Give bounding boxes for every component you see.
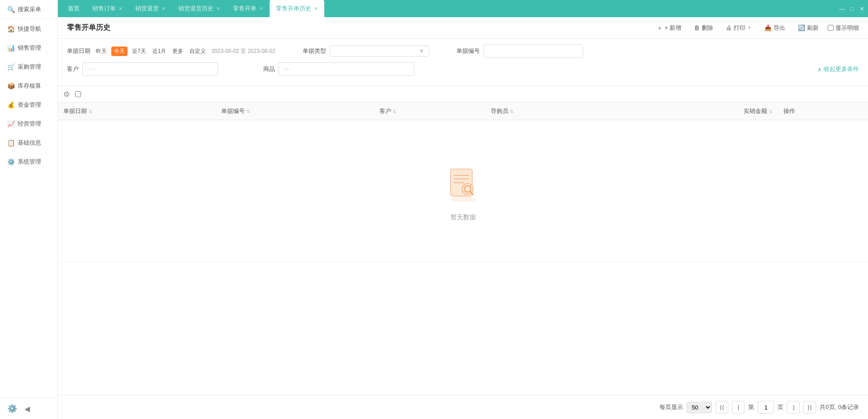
col-salesperson-label: 导购员 [491,108,510,114]
tab-sales-order[interactable]: 销售订单 ✕ [86,0,129,17]
shortcut-7days[interactable]: 近7天 [130,47,148,56]
sidebar-item-finance[interactable]: 💰 资金管理 [0,95,57,114]
sort-no-icon[interactable]: ⇅ [247,109,250,114]
customer-input[interactable]: ··· [82,62,218,76]
tab-retail-open[interactable]: 零售开单 ✕ [227,0,270,17]
col-customer: 客户 ⇅ [374,103,485,120]
customer-label: 客户 [67,65,79,73]
shortcut-custom[interactable]: 自定义 [188,47,208,56]
filter-row-2: 客户 ··· 商品 ··· ∧ 收起更多条件 [67,62,859,76]
col-action-label: 操作 [783,108,795,114]
shortcut-yesterday[interactable]: 昨天 [94,47,109,56]
sys-icon: ⚙️ [7,158,15,165]
empty-cell: 暂无数据 [58,120,868,263]
sidebar-item-purchase-mgmt[interactable]: 🛒 采购管理 [0,57,57,76]
next-page-button[interactable]: ⟩ [787,401,800,414]
last-page-button[interactable]: ⟩⟩ [803,401,816,414]
window-close-icon[interactable]: ✕ [859,5,864,12]
tab-retail-open-history-label: 零售开单历史 [276,5,311,13]
col-action: 操作 [778,103,868,120]
svg-point-0 [450,197,477,202]
close-icon[interactable]: ✕ [314,6,318,12]
search-icon: 🔍 [7,6,15,13]
select-all-checkbox[interactable] [75,91,81,97]
home-icon: 🏠 [7,25,15,33]
tab-sales-return[interactable]: 销货退货 ✕ [129,0,172,17]
shortcut-more[interactable]: 更多 [171,47,185,56]
order-type-label: 单据类型 [303,47,326,55]
tab-sales-return-history-label: 销货退货历史 [178,5,213,13]
pagination: 每页显示 20 50 100 ⟨⟨ ⟨ 第 页 ⟩ ⟩⟩ 共0页, 0条记录 [58,395,868,419]
data-table: 单据日期 ⇅ 单据编号 ⇅ 客户 ⇅ 导购员 ⇅ [58,103,868,263]
export-button[interactable]: 📤 导出 [761,22,789,34]
delete-button[interactable]: 🗑 删除 [690,22,717,34]
sidebar-item-basic-info[interactable]: 📋 基础信息 [0,133,57,152]
header-actions: ＋ + 新增 🗑 删除 🖨 打印 ▼ 📤 导出 🔄 刷新 [653,22,859,34]
operations-icon: 📈 [7,120,15,127]
refresh-button[interactable]: 🔄 刷新 [794,22,822,34]
table-container: ⚙ 单据日期 ⇅ 单据编号 ⇅ 客户 ⇅ [58,86,868,395]
delete-icon: 🗑 [694,24,700,31]
tab-sales-return-history[interactable]: 销货退货历史 ✕ [172,0,227,17]
tab-home-label: 首页 [68,5,80,13]
first-page-button[interactable]: ⟨⟨ [716,401,728,414]
close-icon[interactable]: ✕ [216,6,220,12]
sidebar-search[interactable]: 🔍 搜索采单 [0,0,57,19]
per-page-label: 每页显示 [659,403,683,411]
date-range-text: 2023-06-02 至 2023-06-02 [211,47,275,55]
window-minimize-icon[interactable]: — [839,5,845,12]
customer-dots: ··· [87,65,96,73]
page-number-input[interactable] [758,401,774,414]
print-label: 打印 [734,24,745,32]
per-page-select[interactable]: 20 50 100 [687,402,712,413]
tab-retail-open-history[interactable]: 零售开单历史 ✕ [270,0,324,17]
show-detail-input[interactable] [828,25,834,31]
sidebar-item-quick-nav[interactable]: 🏠 快捷导航 [0,19,57,38]
shortcut-1month[interactable]: 近1月 [151,47,168,56]
date-shortcuts: 昨天 今天 近7天 近1月 更多 自定义 [94,47,208,56]
settings-icon[interactable]: ⚙️ [7,404,17,414]
print-button[interactable]: 🖨 打印 ▼ [722,22,755,34]
close-icon[interactable]: ✕ [161,6,166,12]
collapse-button[interactable]: ∧ 收起更多条件 [817,65,859,73]
tab-home[interactable]: 首页 [62,0,86,17]
finance-icon: 💰 [7,101,15,108]
col-amount-label: 实销金额 [744,108,769,114]
shortcut-today[interactable]: 今天 [111,47,128,56]
order-no-input[interactable] [484,44,583,58]
filter-customer: 客户 ··· [67,62,218,76]
sidebar-item-sys-mgmt[interactable]: ⚙️ 系统管理 [0,152,57,171]
sidebar-item-label: 经营管理 [18,120,41,128]
sidebar-item-operations[interactable]: 📈 经营管理 [0,114,57,133]
sort-amount-icon[interactable]: ⇅ [769,109,773,114]
prev-page-button[interactable]: ⟨ [732,401,745,414]
filter-date: 单据日期 昨天 今天 近7天 近1月 更多 自定义 2023-06-02 至 2… [67,47,275,56]
order-no-label: 单据编号 [456,47,480,55]
column-settings-icon[interactable]: ⚙ [63,90,70,99]
show-detail-checkbox[interactable]: 显示明细 [828,24,859,32]
sort-customer-icon[interactable]: ⇅ [393,109,396,114]
collapse-icon[interactable]: ◀ [24,405,30,413]
sort-date-icon[interactable]: ⇅ [89,109,92,114]
sort-salesperson-icon[interactable]: ⇅ [510,109,513,114]
basic-icon: 📋 [7,139,15,146]
col-salesperson: 导购员 ⇅ [485,103,620,120]
window-maximize-icon[interactable]: □ [850,5,854,12]
col-no: 单据编号 ⇅ [216,103,374,120]
col-no-label: 单据编号 [221,108,247,114]
add-icon: ＋ [657,24,663,32]
sidebar-item-label: 销售管理 [18,44,41,52]
goods-input[interactable]: ··· [279,62,414,76]
col-amount: 实销金额 ⇅ [620,103,778,120]
filter-area: 单据日期 昨天 今天 近7天 近1月 更多 自定义 2023-06-02 至 2… [58,39,868,86]
refresh-label: 刷新 [807,24,819,32]
print-icon: 🖨 [726,24,732,31]
close-icon[interactable]: ✕ [119,6,123,12]
sidebar-item-inventory[interactable]: 📦 库存核算 [0,76,57,95]
order-type-select[interactable]: ▼ [330,46,429,56]
sidebar-item-sales-mgmt[interactable]: 📊 销售管理 [0,38,57,57]
table-body: 暂无数据 [58,120,868,263]
add-button[interactable]: ＋ + 新增 [653,22,685,34]
close-icon[interactable]: ✕ [259,6,263,12]
page-word: 第 [748,403,754,411]
